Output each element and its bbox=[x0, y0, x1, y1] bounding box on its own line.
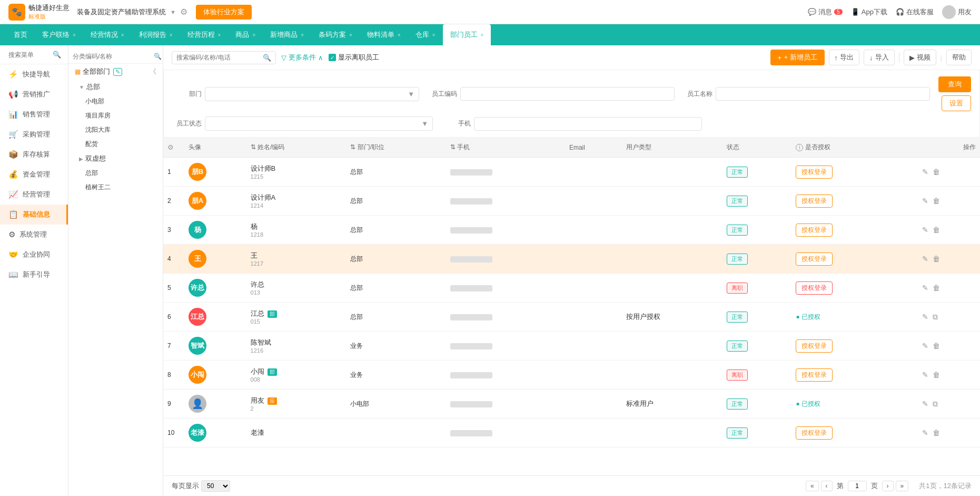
sidebar-search-input[interactable] bbox=[8, 51, 51, 59]
auth-btn[interactable]: 授权登录 bbox=[796, 194, 833, 208]
nav-item-history[interactable]: 经营历程× bbox=[180, 24, 229, 45]
gear-icon[interactable]: ⚙ bbox=[180, 7, 187, 17]
edit-icon[interactable]: ✎ bbox=[922, 342, 928, 350]
dept-sub-item-project[interactable]: 项目库房 bbox=[68, 109, 163, 123]
auth-btn[interactable]: 授权登录 bbox=[796, 223, 833, 237]
close-icon-dept[interactable]: × bbox=[481, 32, 484, 38]
edit-icon[interactable]: ✎ bbox=[922, 226, 928, 234]
dept-sub-item-zhishu[interactable]: 植树王二 bbox=[68, 180, 163, 194]
delete-icon[interactable]: 🗑 bbox=[933, 429, 940, 437]
sidebar-item-finance[interactable]: 💰 资金管理 bbox=[0, 164, 68, 184]
emp-code-input[interactable] bbox=[460, 87, 675, 101]
dept-sub-item-zongbu2[interactable]: 总部 bbox=[68, 166, 163, 180]
nav-item-home[interactable]: 首页 bbox=[6, 24, 35, 45]
show-left-staff-check[interactable]: ✓ 显示离职员工 bbox=[329, 53, 379, 62]
edit-icon[interactable]: ✎ bbox=[922, 255, 928, 263]
nav-item-operation[interactable]: 经营情况× bbox=[83, 24, 132, 45]
dept-search-input[interactable] bbox=[73, 53, 152, 60]
page-input[interactable] bbox=[848, 481, 867, 491]
delete-icon[interactable]: 🗑 bbox=[933, 168, 940, 176]
sidebar-item-sales[interactable]: 📊 销售管理 bbox=[0, 104, 68, 124]
phone-input[interactable] bbox=[474, 117, 702, 131]
online-service-item[interactable]: 🎧 在线客服 bbox=[896, 7, 934, 17]
auth-btn-red[interactable]: 授权登录 bbox=[796, 281, 833, 295]
nav-item-profit[interactable]: 利润报告× bbox=[132, 24, 180, 45]
view-button[interactable]: ▶ 视频 bbox=[904, 50, 936, 65]
sidebar-item-basic[interactable]: 📋 基础信息 bbox=[0, 205, 68, 225]
th-dept[interactable]: ⇅ 部门/职位 bbox=[346, 138, 446, 158]
prev-page-btn[interactable]: ‹ bbox=[821, 481, 833, 491]
close-icon[interactable]: × bbox=[301, 32, 304, 38]
edit-icon[interactable]: ✎ bbox=[922, 168, 928, 176]
collapse-icon[interactable]: 《 bbox=[150, 67, 156, 76]
close-icon[interactable]: × bbox=[349, 32, 352, 38]
copy-icon[interactable]: ⧉ bbox=[933, 400, 938, 409]
edit-icon[interactable]: ✎ bbox=[922, 313, 928, 321]
copy-icon[interactable]: ⧉ bbox=[933, 313, 938, 322]
app-download-item[interactable]: 📱 App下载 bbox=[851, 7, 887, 17]
edit-icon[interactable]: ✎ bbox=[922, 371, 928, 379]
dropdown-arrow-icon[interactable]: ▼ bbox=[170, 9, 176, 15]
edit-icon[interactable]: ✎ bbox=[922, 284, 928, 292]
nav-item-bom[interactable]: 物料清单× bbox=[360, 24, 408, 45]
nav-item-add-goods[interactable]: 新增商品× bbox=[263, 24, 311, 45]
auth-btn[interactable]: 授权登录 bbox=[796, 252, 833, 266]
nav-item-barcode[interactable]: 条码方案× bbox=[311, 24, 360, 45]
close-icon[interactable]: × bbox=[398, 32, 401, 38]
more-conditions-btn[interactable]: ▽ 更多条件 ∧ bbox=[281, 53, 323, 62]
edit-icon[interactable]: ✎ bbox=[922, 197, 928, 205]
next-page-btn[interactable]: › bbox=[882, 481, 894, 491]
close-icon[interactable]: × bbox=[121, 32, 124, 38]
delete-icon[interactable]: 🗑 bbox=[933, 371, 940, 379]
sidebar-item-marketing[interactable]: 📢 营销推广 bbox=[0, 84, 68, 104]
search-input[interactable] bbox=[176, 54, 261, 61]
sidebar-item-system[interactable]: ⚙ 系统管理 bbox=[0, 225, 68, 245]
last-page-btn[interactable]: » bbox=[896, 481, 909, 491]
sidebar-item-mgmt[interactable]: 📈 经营管理 bbox=[0, 184, 68, 205]
th-phone[interactable]: ⇅ 手机 bbox=[446, 138, 565, 158]
auth-btn[interactable]: 授权登录 bbox=[796, 368, 833, 382]
message-item[interactable]: 💬 消息 5 bbox=[808, 7, 843, 17]
help-button[interactable]: 帮助 bbox=[946, 50, 972, 65]
nav-item-customer[interactable]: 客户联络× bbox=[35, 24, 83, 45]
close-icon[interactable]: × bbox=[252, 32, 255, 38]
dept-tree-item-shuangxu[interactable]: ▶ 双虚想 bbox=[68, 151, 163, 166]
th-name[interactable]: ⇅ 姓名/编码 bbox=[246, 138, 347, 158]
dept-select[interactable]: ▼ bbox=[205, 87, 419, 101]
auth-btn[interactable]: 授权登录 bbox=[796, 339, 833, 353]
close-icon[interactable]: × bbox=[170, 32, 173, 38]
emp-name-input[interactable] bbox=[716, 87, 930, 101]
delete-icon[interactable]: 🗑 bbox=[933, 255, 940, 263]
close-icon[interactable]: × bbox=[73, 32, 76, 38]
query-button[interactable]: 查询 bbox=[938, 76, 971, 92]
edit-icon[interactable]: ✎ bbox=[922, 429, 928, 437]
auth-info-icon[interactable]: i bbox=[796, 144, 803, 151]
edit-icon[interactable]: ✎ bbox=[922, 400, 928, 408]
nav-item-warehouse[interactable]: 仓库× bbox=[408, 24, 443, 45]
close-icon[interactable]: × bbox=[432, 32, 435, 38]
nav-item-dept[interactable]: 部门员工× bbox=[443, 24, 491, 45]
auth-btn[interactable]: 授权登录 bbox=[796, 166, 833, 179]
sidebar-item-purchase[interactable]: 🛒 采购管理 bbox=[0, 124, 68, 144]
delete-icon[interactable]: 🗑 bbox=[933, 284, 940, 292]
delete-icon[interactable]: 🗑 bbox=[933, 226, 940, 234]
import-button[interactable]: ↓ 导入 bbox=[864, 50, 895, 65]
add-employee-button[interactable]: + + 新增员工 bbox=[770, 50, 825, 65]
th-settings[interactable]: ⚙ bbox=[163, 138, 184, 158]
status-select[interactable]: ▼ bbox=[205, 116, 433, 131]
sidebar-item-nav[interactable]: ⚡ 快捷导航 bbox=[0, 64, 68, 84]
delete-icon[interactable]: 🗑 bbox=[933, 342, 940, 350]
dept-sub-item-shenyang[interactable]: 沈阳大库 bbox=[68, 123, 163, 137]
sidebar-item-inventory[interactable]: 📦 库存核算 bbox=[0, 144, 68, 164]
nav-item-goods[interactable]: 商品× bbox=[228, 24, 263, 45]
per-page-select[interactable]: 50 20 100 bbox=[201, 480, 230, 492]
dept-sub-item-xiaodian[interactable]: 小电部 bbox=[68, 94, 163, 109]
sidebar-item-guide[interactable]: 📖 新手引导 bbox=[0, 265, 68, 285]
dept-sub-item-peihuo[interactable]: 配货 bbox=[68, 137, 163, 151]
user-item[interactable]: 用友 bbox=[942, 5, 972, 19]
delete-icon[interactable]: 🗑 bbox=[933, 197, 940, 205]
trial-button[interactable]: 体验行业方案 bbox=[196, 5, 252, 20]
export-button[interactable]: ↑ 导出 bbox=[829, 50, 860, 65]
set-button[interactable]: 设置 bbox=[942, 95, 971, 111]
sidebar-item-collab[interactable]: 🤝 企业协同 bbox=[0, 245, 68, 265]
